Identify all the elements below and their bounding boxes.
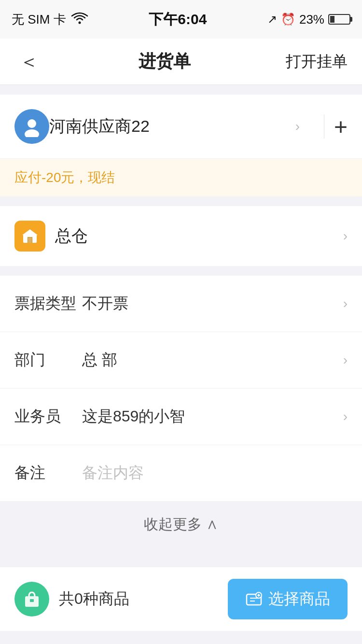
select-product-label: 选择商品 bbox=[268, 588, 330, 610]
location-icon: ↗ bbox=[267, 13, 277, 26]
bottom-fill bbox=[0, 631, 362, 644]
battery-icon bbox=[328, 14, 350, 25]
collapse-button[interactable]: 收起更多 ∧ bbox=[0, 501, 362, 548]
svg-marker-4 bbox=[22, 229, 38, 235]
select-product-button[interactable]: 选择商品 bbox=[228, 579, 348, 619]
warehouse-label: 总仓 bbox=[55, 225, 343, 247]
status-bar: 无 SIM 卡 下午6:04 ↗ ⏰ 23% bbox=[0, 0, 362, 39]
svg-rect-9 bbox=[30, 599, 34, 602]
divider-1 bbox=[0, 196, 362, 206]
product-count: 共0种商品 bbox=[59, 588, 228, 610]
svg-point-2 bbox=[25, 129, 39, 137]
supplier-divider bbox=[324, 114, 324, 139]
notice-text: 应付-20元，现结 bbox=[14, 170, 115, 185]
product-row: 共0种商品 选择商品 bbox=[0, 567, 362, 631]
top-divider bbox=[0, 85, 362, 95]
page-title: 进货单 bbox=[139, 50, 191, 73]
back-button[interactable]: ＜ bbox=[14, 43, 43, 80]
remark-label: 备注 bbox=[14, 462, 82, 484]
form-card: 票据类型 不开票 › 部门 总 部 › 业务员 这是859的小智 › 备注 备注… bbox=[0, 276, 362, 501]
product-icon bbox=[14, 582, 49, 616]
divider-3 bbox=[0, 548, 362, 558]
supplier-chevron-icon: › bbox=[295, 119, 300, 134]
warehouse-card: 总仓 › bbox=[0, 206, 362, 266]
remark-row[interactable]: 备注 备注内容 bbox=[0, 445, 362, 501]
notice-banner: 应付-20元，现结 bbox=[0, 159, 362, 196]
add-supplier-button[interactable]: + bbox=[334, 113, 348, 140]
invoice-type-value: 不开票 bbox=[82, 293, 343, 314]
svg-point-0 bbox=[78, 21, 81, 24]
dept-chevron-icon: › bbox=[343, 352, 348, 368]
nav-bar: ＜ 进货单 打开挂单 bbox=[0, 39, 362, 85]
status-right: ↗ ⏰ 23% bbox=[267, 12, 350, 27]
remark-input[interactable]: 备注内容 bbox=[82, 462, 348, 484]
divider-2 bbox=[0, 266, 362, 276]
warehouse-icon bbox=[14, 221, 45, 252]
sales-label: 业务员 bbox=[14, 406, 82, 427]
alarm-icon: ⏰ bbox=[281, 13, 295, 26]
supplier-row[interactable]: 河南供应商22 › + bbox=[0, 95, 362, 159]
battery-label: 23% bbox=[299, 12, 324, 27]
invoice-type-label: 票据类型 bbox=[14, 293, 82, 314]
wifi-icon bbox=[71, 12, 88, 28]
sales-chevron-icon: › bbox=[343, 409, 348, 424]
dept-row[interactable]: 部门 总 部 › bbox=[0, 332, 362, 388]
status-time: 下午6:04 bbox=[149, 10, 207, 29]
open-pending-button[interactable]: 打开挂单 bbox=[286, 51, 348, 72]
supplier-card: 河南供应商22 › + 应付-20元，现结 bbox=[0, 95, 362, 196]
warehouse-row[interactable]: 总仓 › bbox=[0, 206, 362, 266]
svg-point-1 bbox=[28, 119, 36, 128]
supplier-name: 河南供应商22 bbox=[49, 115, 295, 138]
dept-label: 部门 bbox=[14, 350, 82, 371]
invoice-type-row[interactable]: 票据类型 不开票 › bbox=[0, 276, 362, 332]
sales-row[interactable]: 业务员 这是859的小智 › bbox=[0, 388, 362, 445]
warehouse-chevron-icon: › bbox=[343, 228, 348, 244]
sim-label: 无 SIM 卡 bbox=[12, 11, 66, 28]
invoice-chevron-icon: › bbox=[343, 296, 348, 311]
dept-value: 总 部 bbox=[82, 350, 343, 371]
status-left: 无 SIM 卡 bbox=[12, 11, 88, 28]
svg-rect-7 bbox=[28, 238, 32, 243]
sales-value: 这是859的小智 bbox=[82, 406, 343, 427]
supplier-avatar bbox=[14, 109, 49, 144]
